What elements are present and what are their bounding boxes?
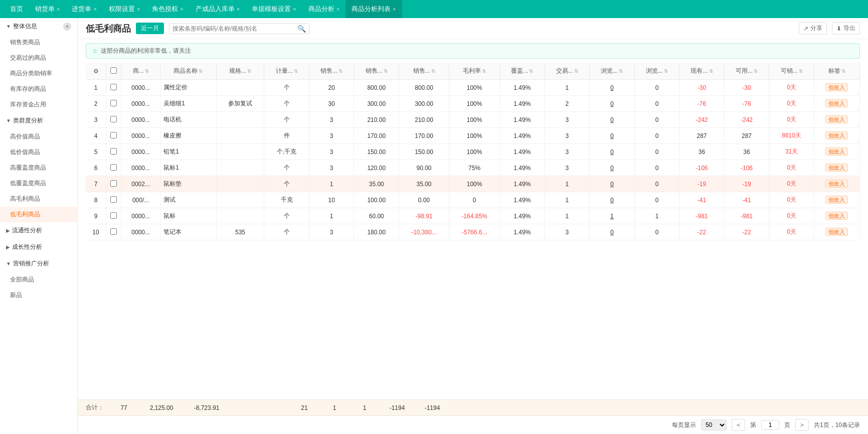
col-sales-price[interactable]: 销售...⇅ [354,63,399,80]
share-button[interactable]: ↗ 分享 [799,22,827,35]
sidebar-item-high-value[interactable]: 高价值商品 [0,129,77,144]
arrow-icon: ▼ [6,118,11,123]
sidebar-group-cluster[interactable]: ▼ 类群度分析 [0,112,77,129]
row-current-stock: -41 [679,192,725,208]
close-icon[interactable]: × [293,6,296,12]
footer-sales-profit: -8,723.91 [184,404,229,411]
sidebar-item-category-rate[interactable]: 商品分类助销率 [0,66,77,81]
sidebar-group-overall[interactable]: ▼ 整体信息 « [0,18,77,35]
col-gross-rate[interactable]: 毛利率⇅ [449,63,500,80]
row-checkbox[interactable] [106,160,121,176]
col-name[interactable]: 商品名称⇅ [160,63,216,80]
close-icon[interactable]: × [93,6,96,12]
row-unit: 个 [264,176,309,192]
nav-product-analysis[interactable]: 商品分析 × [302,0,345,18]
row-checkbox[interactable] [106,144,121,160]
select-all-checkbox[interactable] [110,67,117,74]
row-checkbox[interactable] [106,80,121,96]
nav-purchase[interactable]: 进货单 × [66,0,102,18]
col-browse1[interactable]: 浏览...⇅ [590,63,635,80]
sidebar-item-high-coverage[interactable]: 高覆盖度商品 [0,160,77,176]
filter-button[interactable]: 近一月 [136,23,164,34]
current-page-input[interactable] [761,420,779,430]
row-checkbox[interactable] [106,208,121,224]
col-sellable[interactable]: 可销...⇅ [769,63,814,80]
col-available[interactable]: 可用...⇅ [724,63,769,80]
row-sales-profit: -10,380... [399,224,449,240]
sidebar-item-low-margin[interactable]: 低毛利商品 [0,207,77,222]
row-checkbox[interactable] [106,192,121,208]
col-settings[interactable]: ⚙ [86,63,106,80]
row-coverage: 1.49% [500,96,545,112]
sidebar-group-growth[interactable]: ▶ 成长性分析 [0,239,77,255]
col-code[interactable]: 商...⇅ [121,63,160,80]
sidebar-group-marketing[interactable]: ▼ 营销推广分析 [0,255,77,272]
search-input[interactable] [172,25,297,32]
nav-home[interactable]: 首页 [4,0,29,18]
sidebar-item-low-value[interactable]: 低价值商品 [0,144,77,160]
sidebar-group-circulation[interactable]: ▶ 流通性分析 [0,222,77,239]
row-browse1[interactable]: 0 [590,160,635,176]
row-browse1[interactable]: 0 [590,144,635,160]
row-browse1[interactable]: 1 [590,208,635,224]
nav-product-in[interactable]: 产成品入库单 × [190,0,246,18]
row-browse1[interactable]: 0 [590,128,635,144]
nav-sales[interactable]: 销货单 × [29,0,66,18]
row-browse1[interactable]: 0 [590,112,635,128]
sidebar-item-all-goods[interactable]: 全部商品 [0,272,77,287]
row-checkbox[interactable] [106,128,121,144]
row-checkbox[interactable] [106,224,121,240]
prev-page-button[interactable]: ＜ [732,419,745,431]
nav-product-analysis-list[interactable]: 商品分析列表 × [345,0,402,18]
row-checkbox[interactable] [106,112,121,128]
row-browse1[interactable]: 0 [590,80,635,96]
close-icon[interactable]: × [180,6,183,12]
col-browse2[interactable]: 浏览...⇅ [634,63,679,80]
col-unit[interactable]: 计量...⇅ [264,63,309,80]
row-sales-price: 170.00 [354,128,399,144]
col-sales-qty[interactable]: 销售...⇅ [309,63,354,80]
row-browse2: 0 [634,224,679,240]
row-checkbox[interactable] [106,176,121,192]
row-available: 36 [724,144,769,160]
close-icon[interactable]: × [393,6,396,12]
sidebar-item-traded-goods[interactable]: 交易过的商品 [0,50,77,66]
page-size-select[interactable]: 50 100 200 [701,419,727,430]
next-page-button[interactable]: ＞ [795,419,809,431]
row-checkbox[interactable] [106,96,121,112]
close-icon[interactable]: × [336,6,339,12]
col-trade[interactable]: 交易...⇅ [545,63,590,80]
col-coverage[interactable]: 覆盖...⇅ [500,63,545,80]
row-browse1[interactable]: 0 [590,192,635,208]
close-icon[interactable]: × [237,6,240,12]
sidebar-item-stocked-goods[interactable]: 有库存的商品 [0,81,77,97]
close-icon[interactable]: × [57,6,60,12]
row-browse1[interactable]: 0 [590,96,635,112]
col-tag[interactable]: 标签⇅ [814,63,859,80]
search-icon[interactable]: 🔍 [297,25,306,33]
row-browse1[interactable]: 0 [590,224,635,240]
sidebar-item-high-margin[interactable]: 高毛利商品 [0,191,77,207]
sidebar-item-low-coverage[interactable]: 低覆盖度商品 [0,176,77,191]
row-name: 铅笔1 [160,144,216,160]
nav-role[interactable]: 角色授权 × [146,0,189,18]
sidebar-item-new-goods[interactable]: 新品 [0,287,77,303]
row-no: 1 [86,80,106,96]
col-spec[interactable]: 规格...⇅ [216,63,264,80]
export-button[interactable]: ⬇ 导出 [832,22,860,35]
row-name: 鼠标垫 [160,176,216,192]
col-current-stock[interactable]: 现有...⇅ [679,63,725,80]
row-code: 0000... [121,144,160,160]
nav-permission[interactable]: 权限设置 × [103,0,146,18]
collapse-btn[interactable]: « [63,23,71,31]
sidebar-item-inventory-fund[interactable]: 库存资金占用 [0,97,77,112]
nav-template[interactable]: 单据模板设置 × [246,0,302,18]
close-icon[interactable]: × [137,6,140,12]
row-sales-profit: 170.00 [399,128,449,144]
sidebar-item-sales-goods[interactable]: 销售类商品 [0,35,77,50]
col-sales-profit[interactable]: 销售...⇅ [399,63,449,80]
row-browse1[interactable]: 0 [590,176,635,192]
row-no: 4 [86,128,106,144]
row-gross-rate: -164.85% [449,208,500,224]
row-sales-price: 100.00 [354,192,399,208]
